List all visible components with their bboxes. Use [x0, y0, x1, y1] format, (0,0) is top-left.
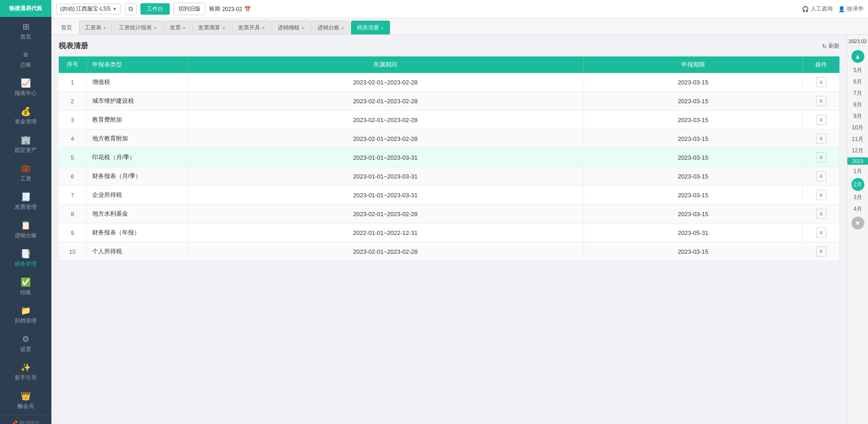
month-12[interactable]: 12月: [847, 145, 868, 156]
cell-deadline: 2023-03-15: [584, 73, 802, 92]
action-icon-button[interactable]: ≡: [816, 134, 826, 144]
tab-invoice[interactable]: 发票 ×: [164, 21, 191, 34]
action-icon-button[interactable]: ≡: [816, 115, 826, 125]
tab-label: 税表清册: [357, 24, 379, 32]
sidebar-item-sales-ledger[interactable]: 📋 进销台账: [0, 216, 51, 244]
action-icon-button[interactable]: ≡: [816, 246, 826, 257]
invoice-icon: 🧾: [21, 192, 31, 202]
cell-period: 2023-02-01~2023-02-28: [187, 92, 584, 111]
cell-type: 印花税（月/季）: [86, 148, 187, 167]
month-8[interactable]: 8月: [847, 99, 868, 111]
tab-salary-table[interactable]: 工资表 ×: [79, 21, 112, 34]
side-panel-up-button[interactable]: ▲: [851, 50, 864, 63]
sidebar-item-tutorial[interactable]: ✨ 新手引导: [0, 358, 51, 386]
close-icon[interactable]: ×: [103, 25, 106, 31]
calendar-icon[interactable]: 📅: [244, 6, 251, 12]
action-icon-button[interactable]: ≡: [816, 228, 826, 238]
pin-icon: 📌: [11, 420, 18, 424]
tab-home[interactable]: 首页: [55, 21, 78, 34]
tab-tax-register[interactable]: 税表清册 ×: [351, 21, 389, 34]
main-area: (勿动) 江西服宝-LSS ▼ ⧉ 工作台 切到旧版 账期 2023-02 📅 …: [51, 0, 868, 424]
month-9[interactable]: 9月: [847, 111, 868, 122]
sidebar-item-tax-management[interactable]: 📑 税务管理: [0, 244, 51, 273]
month-2023-2[interactable]: 2月: [851, 178, 864, 191]
cell-index: 9: [59, 223, 86, 242]
month-6[interactable]: 6月: [847, 76, 868, 88]
sidebar-item-vip[interactable]: 👑 畅会员: [0, 386, 51, 415]
close-icon[interactable]: ×: [222, 25, 225, 31]
action-icon-button[interactable]: ≡: [816, 96, 826, 106]
cell-index: 1: [59, 73, 86, 92]
month-11[interactable]: 11月: [847, 134, 868, 145]
user-profile[interactable]: 👤 徐泽华: [838, 5, 863, 13]
sidebar-unpin-button[interactable]: 📌 取消固定: [0, 415, 51, 424]
sidebar-item-label: 进销台账: [15, 232, 37, 240]
cell-period: 2023-02-01~2023-02-28: [187, 73, 584, 92]
copy-icon: ⧉: [128, 5, 133, 13]
consulting-label: 人工咨询: [811, 5, 833, 13]
close-icon[interactable]: ×: [381, 25, 384, 31]
close-icon[interactable]: ×: [262, 25, 265, 31]
settings-icon: ⚙: [22, 334, 29, 344]
sales-icon: 📋: [21, 220, 31, 230]
sidebar-item-settings[interactable]: ⚙ 设置: [0, 329, 51, 358]
close-icon[interactable]: ×: [154, 25, 156, 31]
col-header-index: 序号: [59, 56, 86, 73]
col-header-action: 操作: [803, 56, 840, 73]
tab-salary-stats[interactable]: 工资统计报表 ×: [113, 21, 162, 34]
sidebar-item-salary[interactable]: 💼 工资: [0, 159, 51, 187]
tab-invoice-calc[interactable]: 发票测算 ×: [192, 21, 231, 34]
table-row: 6财务报表（月/季）2023-01-01~2023-03-312023-03-1…: [59, 167, 840, 186]
tab-sales-ledger[interactable]: 进销台账 ×: [312, 21, 350, 34]
table-row: 4地方教育附加2023-02-01~2023-02-282023-03-15≡: [59, 129, 840, 148]
month-2023-1[interactable]: 1月: [847, 166, 868, 177]
sidebar-item-fund-management[interactable]: 💰 资金管理: [0, 102, 51, 130]
action-icon-button[interactable]: ≡: [816, 152, 826, 162]
year-2023-label: 2023: [847, 157, 868, 165]
switch-old-button[interactable]: 切到旧版: [173, 3, 206, 15]
cell-period: 2023-01-01~2023-03-31: [187, 167, 584, 186]
action-icon-button[interactable]: ≡: [816, 77, 826, 87]
workbench-button[interactable]: 工作台: [140, 3, 170, 15]
action-icon-button[interactable]: ≡: [816, 209, 826, 219]
tab-invoice-issue[interactable]: 发票开具 ×: [232, 21, 271, 34]
cell-type: 地方教育附加: [86, 129, 187, 148]
consulting-button[interactable]: 🎧 人工咨询: [802, 5, 833, 13]
cell-period: 2023-02-01~2023-02-28: [187, 205, 584, 223]
tab-label: 发票测算: [198, 24, 220, 32]
tax-icon: 📑: [21, 249, 31, 259]
sidebar-item-fixed-assets[interactable]: 🏢 固定资产: [0, 130, 51, 159]
cell-deadline: 2023-03-15: [584, 242, 802, 261]
copy-button[interactable]: ⧉: [125, 3, 137, 15]
content-area: 税表清册 ↻ 刷新 序号 申报表类型 所属期间 申报期限 操作: [51, 35, 868, 424]
sidebar-item-archive[interactable]: 📁 归档管理: [0, 301, 51, 329]
close-icon[interactable]: ×: [183, 25, 185, 31]
col-header-deadline: 申报期限: [584, 56, 802, 73]
close-icon[interactable]: ×: [341, 25, 344, 31]
cell-period: 2023-01-01~2023-03-31: [187, 186, 584, 205]
tab-label: 首页: [61, 24, 72, 32]
sidebar-item-general-ledger[interactable]: ≡ 总账: [0, 45, 51, 73]
tab-purchase-audit[interactable]: 进销稽核 ×: [272, 21, 310, 34]
month-7[interactable]: 7月: [847, 88, 868, 99]
sidebar-item-invoice-management[interactable]: 🧾 发票管理: [0, 187, 51, 216]
sidebar-item-report-center[interactable]: 📈 报表中心: [0, 73, 51, 102]
month-5[interactable]: 5月: [847, 65, 868, 76]
refresh-button[interactable]: ↻ 刷新: [822, 42, 840, 50]
sidebar-item-closing[interactable]: ✅ 结账: [0, 273, 51, 301]
action-icon-button[interactable]: ≡: [816, 190, 826, 200]
period-value: 2023-02: [222, 6, 242, 12]
close-icon[interactable]: ×: [301, 25, 304, 31]
cell-type: 增值税: [86, 73, 187, 92]
cell-action: ≡: [803, 223, 840, 242]
month-10[interactable]: 10月: [847, 122, 868, 134]
cell-period: 2023-02-01~2023-02-28: [187, 242, 584, 261]
cell-period: 2022-01-01~2022-12-31: [187, 223, 584, 242]
side-panel-down-button[interactable]: ▼: [851, 217, 864, 229]
company-selector[interactable]: (勿动) 江西服宝-LSS ▼: [56, 4, 121, 14]
cell-type: 教育费附加: [86, 111, 187, 129]
action-icon-button[interactable]: ≡: [816, 171, 826, 181]
month-2023-4[interactable]: 4月: [847, 203, 868, 215]
sidebar-item-home[interactable]: ⊞ 首页: [0, 17, 51, 45]
month-2023-3[interactable]: 3月: [847, 192, 868, 203]
